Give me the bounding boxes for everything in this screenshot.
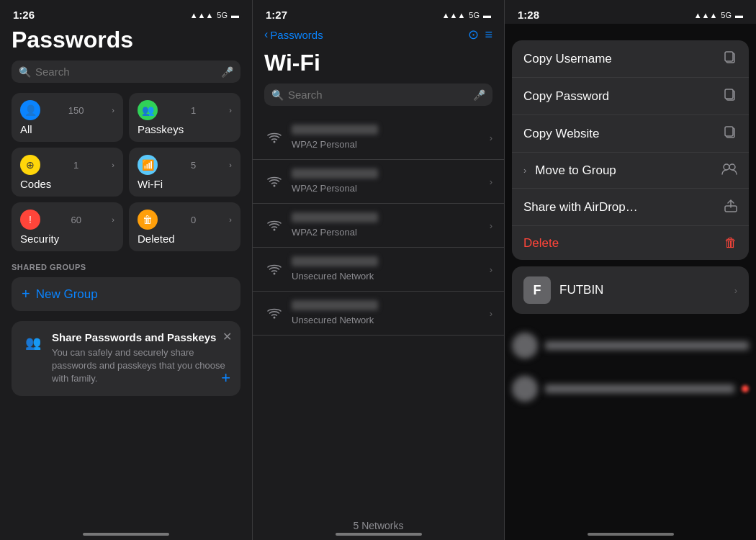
copy-password-icon: [723, 87, 737, 105]
home-indicator-3: [588, 533, 674, 536]
battery-icon-1: ▬: [231, 11, 239, 19]
passkeys-label: Passkeys: [138, 123, 232, 135]
deleted-count: 0: [191, 215, 196, 225]
all-count: 150: [68, 105, 84, 116]
svg-rect-10: [725, 127, 733, 136]
blurred-item-2: [512, 367, 749, 410]
panel-context: 1:28 ▲▲▲ 5G ▬ Copy Username Copy Passwor…: [504, 0, 756, 540]
category-wifi[interactable]: 📶 5 › Wi-Fi: [129, 148, 240, 197]
codes-label: Codes: [20, 178, 114, 190]
futbin-chevron-icon: ›: [734, 285, 737, 296]
wifi-list-icon[interactable]: ≡: [485, 27, 492, 42]
wifi-footer: 5 Networks: [253, 511, 504, 540]
copy-username-icon: [723, 50, 737, 68]
category-passkeys[interactable]: 👥 1 › Passkeys: [129, 93, 240, 142]
svg-point-1: [274, 185, 276, 187]
shared-groups-label: SHARED GROUPS: [0, 263, 252, 277]
wifi-item-chevron-5: ›: [490, 308, 492, 319]
status-icons-1: ▲▲▲ 5G ▬: [190, 11, 239, 19]
wifi-item-chevron-2: ›: [490, 176, 492, 187]
copy-username-button[interactable]: Copy Username: [512, 40, 749, 78]
wifi-signal-icon: [264, 127, 284, 148]
list-item[interactable]: Unsecured Network ›: [253, 292, 504, 336]
deleted-icon: 🗑: [138, 210, 158, 230]
search-input-2[interactable]: [288, 89, 469, 101]
svg-rect-6: [725, 52, 733, 61]
share-card-title: Share Passwords and Passkeys: [52, 331, 230, 343]
new-group-plus-icon: +: [22, 286, 30, 302]
category-all[interactable]: 👤 150 › All: [12, 93, 123, 142]
network-type-1: 5G: [217, 11, 228, 19]
wifi-type-2: WPA2 Personal: [292, 183, 357, 194]
copy-website-button[interactable]: Copy Website: [512, 115, 749, 153]
svg-rect-8: [725, 89, 733, 99]
wifi-type-5: Unsecured Network: [292, 315, 374, 325]
status-bar-3: 1:28 ▲▲▲ 5G ▬: [505, 0, 756, 24]
new-group-button[interactable]: + New Group: [12, 277, 240, 311]
list-item[interactable]: WPA2 Personal ›: [253, 116, 504, 160]
mic-icon-2: 🎤: [473, 89, 485, 101]
copy-username-label: Copy Username: [523, 52, 612, 66]
copy-password-button[interactable]: Copy Password: [512, 78, 749, 115]
wifi-type-1: WPA2 Personal: [292, 139, 357, 150]
delete-icon: 🗑: [724, 235, 737, 251]
back-label: Passwords: [270, 29, 323, 41]
list-item[interactable]: WPA2 Personal ›: [253, 160, 504, 204]
search-bar-1[interactable]: 🔍 🎤: [12, 60, 240, 83]
blur-avatar-2: [512, 376, 538, 402]
move-to-group-button[interactable]: › Move to Group: [512, 153, 749, 189]
svg-point-3: [274, 273, 276, 275]
search-bar-2[interactable]: 🔍 🎤: [264, 84, 492, 106]
delete-button[interactable]: Delete 🗑: [512, 226, 749, 260]
wifi-item-chevron-1: ›: [490, 132, 492, 143]
list-item[interactable]: Unsecured Network ›: [253, 248, 504, 292]
passkeys-count: 1: [191, 105, 196, 116]
category-grid: 👤 150 › All 👥 1 › Passkeys ⊕ 1 › Codes: [0, 93, 252, 251]
wifi-icon: 📶: [138, 155, 158, 175]
wifi-label: Wi-Fi: [138, 178, 232, 190]
svg-point-12: [729, 164, 735, 170]
battery-icon-2: ▬: [483, 11, 491, 19]
wifi-item-chevron-3: ›: [490, 220, 492, 231]
wifi-filter-icon[interactable]: ⊙: [468, 27, 479, 42]
new-group-text: New Group: [36, 287, 98, 302]
blur-text-2: [545, 384, 734, 393]
futbin-initial: F: [534, 283, 541, 298]
share-airdrop-icon: [724, 198, 737, 216]
passkeys-icon: 👥: [138, 100, 158, 120]
panel-passwords: 1:26 ▲▲▲ 5G ▬ Passwords 🔍 🎤 👤 150 › All …: [0, 0, 252, 540]
back-button[interactable]: ‹ Passwords: [264, 28, 323, 41]
category-codes[interactable]: ⊕ 1 › Codes: [12, 148, 123, 197]
futbin-card[interactable]: F FUTBIN ›: [512, 266, 749, 314]
futbin-avatar: F: [523, 276, 551, 304]
svg-point-0: [274, 141, 276, 143]
share-card-plus-button[interactable]: +: [221, 369, 230, 387]
search-icon-1: 🔍: [19, 66, 31, 78]
share-card-body: You can safely and securely share passwo…: [52, 346, 230, 386]
back-chevron-icon: ‹: [264, 28, 268, 41]
category-security[interactable]: ! 60 › Security: [12, 202, 123, 251]
home-indicator-2: [336, 533, 422, 536]
all-chevron: ›: [112, 106, 114, 114]
share-passwords-card: 👥 Share Passwords and Passkeys You can s…: [12, 321, 240, 396]
codes-count: 1: [73, 160, 78, 171]
blur-notification-dot: [742, 385, 749, 392]
wifi-signal-icon: [264, 215, 284, 235]
share-airdrop-button[interactable]: Share with AirDrop…: [512, 189, 749, 226]
share-card-close-button[interactable]: ✕: [222, 330, 232, 343]
search-input-1[interactable]: [35, 66, 217, 78]
wifi-chevron: ›: [229, 161, 232, 169]
codes-chevron: ›: [112, 161, 114, 169]
share-airdrop-label: Share with AirDrop…: [523, 200, 638, 215]
status-bar-2: 1:27 ▲▲▲ 5G ▬: [253, 0, 504, 24]
delete-label: Delete: [523, 236, 559, 251]
wifi-network-list: WPA2 Personal › WPA2 Personal ›: [253, 116, 504, 511]
wifi-name-blur-1: [292, 125, 378, 135]
status-icons-2: ▲▲▲ 5G ▬: [442, 11, 491, 19]
category-deleted[interactable]: 🗑 0 › Deleted: [129, 202, 240, 251]
list-item[interactable]: WPA2 Personal ›: [253, 204, 504, 248]
security-count: 60: [71, 215, 81, 225]
network-type-3: 5G: [721, 11, 732, 19]
context-menu: Copy Username Copy Password Copy Website…: [512, 40, 749, 260]
svg-point-11: [724, 164, 729, 170]
